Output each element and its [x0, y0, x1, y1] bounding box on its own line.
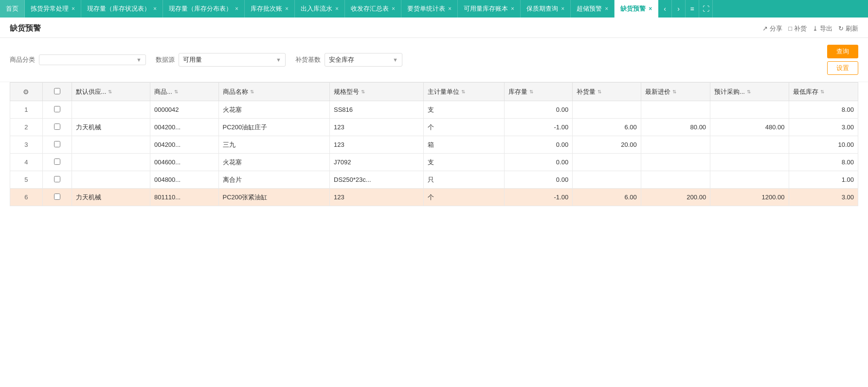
table-container: ⚙ 默认供应... ⇅ 商品... ⇅ — [0, 82, 868, 206]
row-latest-price — [641, 154, 710, 171]
tab-batch[interactable]: 库存批次账 × — [245, 0, 295, 18]
tab-scroll-left[interactable]: ‹ — [658, 0, 672, 18]
sort-unit-icon: ⇅ — [461, 89, 465, 94]
row-product-name: PC200张紧油缸 — [218, 189, 329, 206]
datasource-value: 可用量 — [183, 55, 202, 64]
row-checkbox[interactable] — [42, 101, 72, 119]
tab-flow[interactable]: 出入库流水 × — [295, 0, 345, 18]
table-row[interactable]: 2 力天机械 004200... PC200油缸庄子 123 个 -1.00 6… — [10, 119, 858, 136]
replenish-basis-select[interactable]: 安全库存 ▼ — [325, 53, 402, 67]
sort-est-icon: ⇅ — [747, 89, 751, 94]
sort-spec-icon: ⇅ — [361, 89, 365, 94]
tab-available[interactable]: 可用量库存账本 × — [458, 0, 521, 18]
tab-close-pick-anomaly[interactable]: × — [72, 5, 75, 12]
replenish-basis-value: 安全库存 — [329, 55, 354, 64]
row-min-stock: 1.00 — [789, 171, 858, 189]
tab-fullscreen[interactable]: ⛶ — [699, 0, 713, 18]
category-label: 商品分类 — [10, 55, 35, 64]
tab-close-expiry[interactable]: × — [561, 5, 564, 12]
row-est-purchase — [710, 101, 789, 119]
tab-close-stock-status[interactable]: × — [153, 5, 157, 12]
sort-min-icon: ⇅ — [820, 89, 824, 94]
tab-bar: 首页 拣货异常处理 × 现存量（库存状况表） × 现存量（库存分布表） × 库存… — [0, 0, 868, 18]
share-icon: ↗ — [762, 25, 768, 32]
export-button[interactable]: ⤓ 导出 — [813, 24, 832, 33]
tab-close-batch[interactable]: × — [285, 5, 289, 12]
row-checkbox[interactable] — [42, 171, 72, 189]
tab-close-demand[interactable]: × — [448, 5, 452, 12]
tab-close-stock-dist[interactable]: × — [235, 5, 238, 12]
row-latest-price — [641, 136, 710, 154]
replenish-basis-chevron-icon: ▼ — [393, 57, 398, 63]
row-num: 1 — [10, 101, 43, 119]
table-row[interactable]: 1 0000042 火花塞 SS816 支 0.00 8.00 — [10, 101, 858, 119]
row-product-code: 004600... — [150, 154, 218, 171]
tab-stock-status[interactable]: 现存量（库存状况表） × — [81, 0, 163, 18]
filter-actions: 查询 设置 — [827, 45, 858, 75]
tab-expiry[interactable]: 保质期查询 × — [521, 0, 571, 18]
table-row[interactable]: 3 004200... 三九 123 箱 0.00 20.00 10.00 — [10, 136, 858, 154]
tab-shortage[interactable]: 缺货预警 × — [615, 0, 658, 18]
tab-scroll-right[interactable]: › — [672, 0, 686, 18]
row-product-name: 离合片 — [218, 171, 329, 189]
tab-close-summary[interactable]: × — [392, 5, 395, 12]
row-checkbox[interactable] — [42, 189, 72, 206]
row-num: 6 — [10, 189, 43, 206]
tab-stock-dist[interactable]: 现存量（库存分布表） × — [163, 0, 245, 18]
table-row[interactable]: 5 004800... 离合片 DS250*23c... 只 0.00 1.00 — [10, 171, 858, 189]
row-num: 4 — [10, 154, 43, 171]
row-stock: -1.00 — [504, 119, 573, 136]
row-stock: 0.00 — [504, 101, 573, 119]
select-all-checkbox[interactable] — [54, 88, 60, 94]
row-num: 2 — [10, 119, 43, 136]
row-replenish-qty — [573, 154, 641, 171]
query-button[interactable]: 查询 — [827, 45, 858, 58]
tab-close-flow[interactable]: × — [335, 5, 339, 12]
row-est-purchase: 1200.00 — [710, 189, 789, 206]
row-checkbox[interactable] — [42, 119, 72, 136]
sort-name-icon: ⇅ — [250, 89, 254, 94]
tab-more[interactable]: ≡ — [686, 0, 699, 18]
page-title: 缺货预警 — [10, 23, 41, 34]
tab-close-overstock[interactable]: × — [605, 5, 608, 12]
row-min-stock: 8.00 — [789, 154, 858, 171]
row-min-stock: 3.00 — [789, 189, 858, 206]
row-stock: 0.00 — [504, 136, 573, 154]
row-supplier — [72, 101, 150, 119]
share-button[interactable]: ↗ 分享 — [762, 24, 782, 33]
row-product-name: 火花塞 — [218, 101, 329, 119]
tab-close-available[interactable]: × — [511, 5, 514, 12]
col-stock: 库存量 ⇅ — [504, 83, 573, 101]
tab-summary[interactable]: 收发存汇总表 × — [345, 0, 401, 18]
replenish-button[interactable]: □ 补货 — [788, 24, 807, 33]
row-supplier — [72, 136, 150, 154]
row-latest-price — [641, 101, 710, 119]
tab-home[interactable]: 首页 — [0, 0, 25, 18]
category-select[interactable]: ▼ — [39, 54, 146, 65]
row-checkbox[interactable] — [42, 154, 72, 171]
table-row[interactable]: 4 004600... 火花塞 J7092 支 0.00 8.00 — [10, 154, 858, 171]
tab-demand[interactable]: 要货单统计表 × — [401, 0, 458, 18]
table-row[interactable]: 6 力天机械 801110... PC200张紧油缸 123 个 -1.00 6… — [10, 189, 858, 206]
tab-overstock[interactable]: 超储预警 × — [571, 0, 615, 18]
gear-icon[interactable]: ⚙ — [23, 88, 29, 96]
table-body: 1 0000042 火花塞 SS816 支 0.00 8.00 2 力天机械 0… — [10, 101, 858, 206]
row-product-name: 火花塞 — [218, 154, 329, 171]
refresh-button[interactable]: ↻ 刷新 — [838, 24, 858, 33]
main-content: 缺货预警 ↗ 分享 □ 补货 ⤓ 导出 ↻ 刷新 商品分类 — [0, 18, 868, 387]
settings-button[interactable]: 设置 — [827, 61, 858, 75]
table-header: ⚙ 默认供应... ⇅ 商品... ⇅ — [10, 83, 858, 101]
tab-close-shortage[interactable]: × — [649, 5, 652, 12]
datasource-filter-group: 数据源 可用量 ▼ — [156, 53, 286, 67]
row-est-purchase — [710, 136, 789, 154]
datasource-select[interactable]: 可用量 ▼ — [179, 53, 286, 67]
row-supplier: 力天机械 — [72, 119, 150, 136]
row-stock: 0.00 — [504, 171, 573, 189]
tab-pick-anomaly[interactable]: 拣货异常处理 × — [25, 0, 81, 18]
row-product-code: 004200... — [150, 136, 218, 154]
row-product-name: PC200油缸庄子 — [218, 119, 329, 136]
row-checkbox[interactable] — [42, 136, 72, 154]
row-min-stock: 10.00 — [789, 136, 858, 154]
replenish-icon: □ — [788, 25, 792, 32]
row-unit: 支 — [424, 101, 504, 119]
